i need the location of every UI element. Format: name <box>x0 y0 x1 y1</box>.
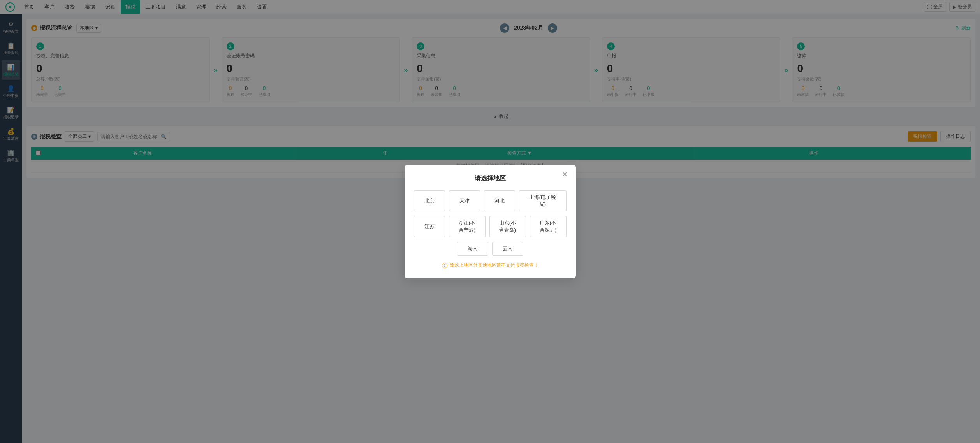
region-grid: 北京天津河北上海(电子税局)江苏浙江(不含宁波)山东(不含青岛)广东(不含深圳)… <box>414 190 567 256</box>
region-btn-海南[interactable]: 海南 <box>457 242 488 256</box>
warning-icon: ! <box>442 263 447 268</box>
modal-overlay: ✕ 请选择地区 北京天津河北上海(电子税局)江苏浙江(不含宁波)山东(不含青岛)… <box>0 0 980 443</box>
warning-text: 除以上地区外其他地区暂不支持报税检查！ <box>450 262 538 269</box>
modal-close-button[interactable]: ✕ <box>560 170 570 179</box>
region-btn-广东(不含深圳)[interactable]: 广东(不含深圳) <box>530 216 567 237</box>
region-btn-河北[interactable]: 河北 <box>484 190 515 211</box>
modal-title: 请选择地区 <box>414 174 567 183</box>
region-btn-山东(不含青岛)[interactable]: 山东(不含青岛) <box>489 216 526 237</box>
region-btn-北京[interactable]: 北京 <box>414 190 445 211</box>
region-btn-江苏[interactable]: 江苏 <box>414 216 445 237</box>
region-btn-浙江(不含宁波)[interactable]: 浙江(不含宁波) <box>449 216 486 237</box>
region-row: 海南云南 <box>414 242 567 256</box>
region-select-modal: ✕ 请选择地区 北京天津河北上海(电子税局)江苏浙江(不含宁波)山东(不含青岛)… <box>405 165 576 278</box>
region-btn-天津[interactable]: 天津 <box>449 190 480 211</box>
region-row: 江苏浙江(不含宁波)山东(不含青岛)广东(不含深圳) <box>414 216 567 237</box>
region-btn-云南[interactable]: 云南 <box>492 242 523 256</box>
region-btn-上海(电子税局)[interactable]: 上海(电子税局) <box>519 190 567 211</box>
region-row: 北京天津河北上海(电子税局) <box>414 190 567 211</box>
modal-warning: ! 除以上地区外其他地区暂不支持报税检查！ <box>414 262 567 269</box>
